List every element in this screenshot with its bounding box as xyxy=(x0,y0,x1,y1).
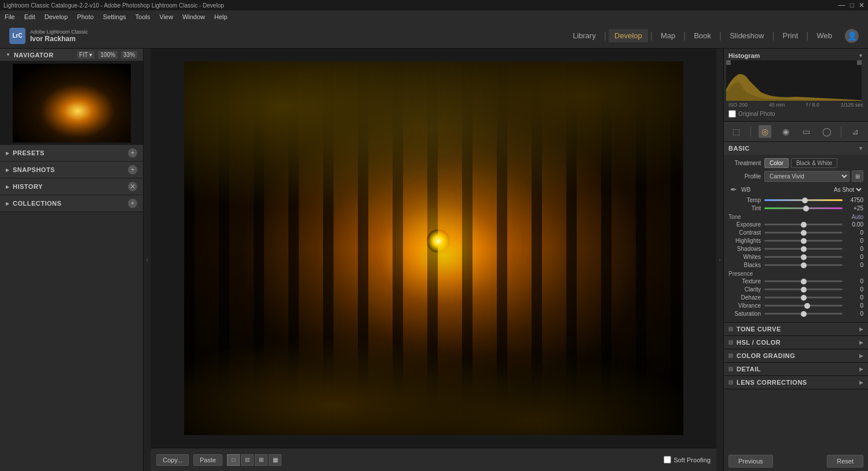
menu-help[interactable]: Help xyxy=(214,13,228,20)
lens-corrections-header[interactable]: Lens Corrections ▶ xyxy=(724,376,868,389)
navigator-header[interactable]: ▼ Navigator FIT ▾ 100% 33% xyxy=(0,49,143,61)
profile-grid-button[interactable]: ⊞ xyxy=(852,170,863,182)
history-close-button[interactable]: ✕ xyxy=(128,182,137,191)
detail-section: Detail ▶ xyxy=(724,363,868,376)
collections-header[interactable]: ▶ Collections + xyxy=(0,195,143,211)
shadows-slider[interactable] xyxy=(764,248,843,250)
histogram-section: Histogram ▼ ISO 200 45 mm f / 8.0 1/125 … xyxy=(724,49,868,122)
soft-proofing: Soft Proofing xyxy=(664,456,710,463)
zoom-33[interactable]: 33% xyxy=(121,51,137,59)
tone-curve-dot xyxy=(728,327,733,331)
nav-library[interactable]: Library xyxy=(567,29,602,42)
menu-window[interactable]: Window xyxy=(182,13,205,20)
presets-add-button[interactable]: + xyxy=(128,148,137,158)
view-loupe-button[interactable]: □ xyxy=(227,454,240,466)
nav-map[interactable]: Map xyxy=(655,29,681,42)
texture-row: Texture 0 xyxy=(728,278,863,284)
dehaze-slider[interactable] xyxy=(764,297,843,298)
view-compare-button[interactable]: ⊟ xyxy=(241,454,254,466)
treatment-label: Treatment xyxy=(728,160,764,166)
tint-slider[interactable] xyxy=(764,207,843,209)
paste-button[interactable]: Paste xyxy=(193,454,222,466)
hsl-color-header[interactable]: HSL / Color ▶ xyxy=(724,336,868,349)
highlights-slider[interactable] xyxy=(764,240,843,242)
menu-settings[interactable]: Settings xyxy=(103,13,126,20)
treatment-color-button[interactable]: Color xyxy=(764,158,789,168)
healing-tool[interactable]: ◎ xyxy=(759,125,771,138)
profile-icon[interactable]: 👤 xyxy=(845,29,859,43)
auto-tone-button[interactable]: Auto xyxy=(851,214,863,220)
blacks-slider[interactable] xyxy=(764,264,843,266)
contrast-slider[interactable] xyxy=(764,232,843,233)
wb-eyedropper-tool[interactable]: ✒ xyxy=(728,184,739,195)
hsl-color-title: HSL / Color xyxy=(737,339,781,346)
original-photo-checkbox[interactable] xyxy=(728,110,736,118)
color-grading-dot xyxy=(728,353,733,358)
snapshots-add-button[interactable]: + xyxy=(128,165,137,174)
menu-photo[interactable]: Photo xyxy=(77,13,94,20)
previous-button[interactable]: Previous xyxy=(728,455,773,468)
whites-row: Whites 0 xyxy=(728,254,863,260)
graduated-filter-tool[interactable]: ▭ xyxy=(800,125,812,138)
texture-slider[interactable] xyxy=(764,280,843,282)
tone-curve-header[interactable]: Tone Curve ▶ xyxy=(724,323,868,335)
minimize-button[interactable]: — xyxy=(838,1,845,9)
clarity-row: Clarity 0 xyxy=(728,286,863,293)
maximize-button[interactable]: □ xyxy=(850,1,854,9)
detail-title: Detail xyxy=(737,366,761,373)
menu-view[interactable]: View xyxy=(159,13,173,20)
whites-slider[interactable] xyxy=(764,256,843,258)
dehaze-row: Dehaze 0 xyxy=(728,294,863,301)
copy-button[interactable]: Copy... xyxy=(156,454,189,466)
exposure-slider[interactable] xyxy=(764,224,843,225)
collections-add-button[interactable]: + xyxy=(128,199,137,208)
tool-icons-row: ⬚ ◎ ◉ ▭ ◯ ⊿ xyxy=(724,122,868,142)
color-grading-title: Color Grading xyxy=(737,352,795,359)
temp-slider[interactable] xyxy=(764,199,843,201)
menu-tools[interactable]: Tools xyxy=(135,13,151,20)
saturation-label: Saturation xyxy=(728,311,764,317)
close-button[interactable]: ✕ xyxy=(859,1,865,9)
tint-label: Tint xyxy=(728,205,764,211)
tone-label: Tone xyxy=(728,214,741,220)
navigator-preview xyxy=(0,61,143,145)
profile-dropdown[interactable]: Camera Vivid xyxy=(764,171,849,182)
crop-tool[interactable]: ⬚ xyxy=(730,125,743,138)
focal-length-value: 45 mm xyxy=(769,102,785,108)
menu-develop[interactable]: Develop xyxy=(45,13,68,20)
zoom-fit[interactable]: FIT ▾ xyxy=(77,51,95,59)
adjustment-brush-tool[interactable]: ⊿ xyxy=(849,125,862,138)
nav-develop[interactable]: Develop xyxy=(609,29,648,42)
color-grading-header[interactable]: Color Grading ▶ xyxy=(724,349,868,362)
soft-proofing-checkbox[interactable] xyxy=(664,456,671,463)
treatment-bw-button[interactable]: Black & White xyxy=(791,158,837,168)
clarity-slider[interactable] xyxy=(764,289,843,290)
view-survey-button[interactable]: ⊞ xyxy=(255,454,268,466)
saturation-slider[interactable] xyxy=(764,313,843,315)
left-panel-collapse-arrow[interactable]: ‹ xyxy=(144,49,151,471)
menu-edit[interactable]: Edit xyxy=(24,13,35,20)
histogram-canvas xyxy=(726,60,862,101)
detail-header[interactable]: Detail ▶ xyxy=(724,363,868,375)
temp-row: Temp 4750 xyxy=(728,197,863,203)
right-panel-collapse-arrow[interactable]: › xyxy=(716,49,723,471)
nav-web[interactable]: Web xyxy=(811,29,838,42)
reset-button[interactable]: Reset xyxy=(827,455,863,468)
wb-dropdown[interactable]: As Shot Auto Daylight Cloudy Shade Custo… xyxy=(764,186,863,193)
basic-section-header[interactable]: Basic ▼ xyxy=(724,142,868,155)
nav-slideshow[interactable]: Slideshow xyxy=(724,29,770,42)
redeye-tool[interactable]: ◉ xyxy=(779,125,792,138)
lens-corrections-section: Lens Corrections ▶ xyxy=(724,376,868,389)
history-header[interactable]: ▶ History ✕ xyxy=(0,178,143,195)
radial-filter-tool[interactable]: ◯ xyxy=(821,125,833,138)
snapshots-header[interactable]: ▶ Snapshots + xyxy=(0,162,143,178)
zoom-100[interactable]: 100% xyxy=(98,51,118,59)
nav-book[interactable]: Book xyxy=(688,29,717,42)
view-filmstrip-button[interactable]: ▦ xyxy=(269,454,281,466)
nav-print[interactable]: Print xyxy=(777,29,804,42)
presets-header[interactable]: ▶ Presets + xyxy=(0,145,143,161)
histogram-header[interactable]: Histogram ▼ xyxy=(726,51,866,60)
menu-file[interactable]: File xyxy=(5,13,15,20)
vibrance-slider[interactable] xyxy=(764,305,843,306)
shadows-value: 0 xyxy=(843,246,863,252)
